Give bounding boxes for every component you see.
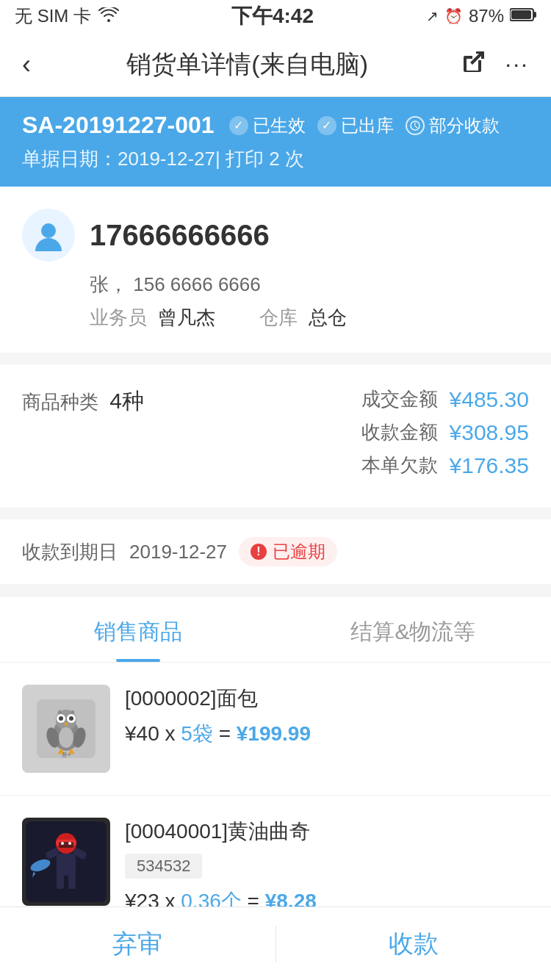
status-bar-left: 无 SIM 卡 bbox=[15, 4, 119, 28]
status-bar-time: 下午4:42 bbox=[231, 2, 314, 30]
status-bar-right: ↗ ⏰ 87% bbox=[426, 6, 536, 26]
equals-1: = bbox=[219, 722, 237, 745]
order-date-value: 2019-12-27 bbox=[118, 148, 215, 170]
svg-rect-1 bbox=[533, 12, 536, 18]
back-button[interactable]: ‹ bbox=[22, 49, 31, 80]
warehouse-label: 仓库 bbox=[259, 306, 298, 328]
product-name-2: [00040001]黄油曲奇 bbox=[125, 818, 529, 846]
payment-due-section: 收款到期日 2019-12-27 ! 已逾期 bbox=[0, 519, 551, 584]
status-bar: 无 SIM 卡 下午4:42 ↗ ⏰ 87% bbox=[0, 0, 551, 32]
deal-amount-label: 成交金额 bbox=[361, 386, 438, 412]
order-date-label: 单据日期： bbox=[22, 148, 118, 170]
alarm-icon: ⏰ bbox=[444, 7, 463, 25]
svg-point-14 bbox=[59, 727, 73, 748]
tab-settlement[interactable]: 结算&物流等 bbox=[276, 597, 551, 662]
debt-amount-label: 本单欠款 bbox=[361, 453, 438, 478]
tab-products[interactable]: 销售商品 bbox=[0, 597, 276, 662]
price-qty-1: 5袋 bbox=[181, 722, 213, 745]
order-date: 单据日期：2019-12-27| 打印 2 次 bbox=[22, 146, 529, 172]
debt-amount-row: 本单欠款 ¥176.35 bbox=[361, 453, 529, 478]
customer-contact: 张， 156 6666 6666 bbox=[90, 272, 529, 298]
customer-avatar bbox=[22, 209, 75, 262]
tab-products-label: 销售商品 bbox=[94, 619, 182, 644]
product-info-2: [00040001]黄油曲奇 534532 ¥23 x 0.36个 = ¥8.2… bbox=[125, 818, 529, 915]
svg-rect-2 bbox=[511, 10, 531, 19]
order-number: SA-20191227-001 bbox=[22, 112, 215, 139]
clock-icon bbox=[406, 116, 425, 135]
table-row: 兽+ [0000002]面包 ¥40 x 5袋 = ¥199.99 bbox=[0, 663, 551, 796]
cancel-review-button[interactable]: 弃审 bbox=[0, 912, 276, 976]
svg-rect-21 bbox=[68, 874, 76, 889]
badge-active-label: 已生效 bbox=[253, 114, 306, 137]
multiply-1: x bbox=[165, 722, 181, 745]
svg-rect-25 bbox=[59, 842, 73, 848]
product-thumb-2 bbox=[22, 818, 110, 906]
overdue-icon: ! bbox=[251, 544, 267, 560]
badge-partial: 部分收款 bbox=[406, 114, 500, 137]
stats-left: 商品种类 4种 bbox=[22, 386, 144, 417]
product-list: 兽+ [0000002]面包 ¥40 x 5袋 = ¥199.99 bbox=[0, 663, 551, 938]
product-name-1: [0000002]面包 bbox=[125, 685, 529, 713]
product-sku-2: 534532 bbox=[125, 854, 202, 879]
wifi-icon bbox=[98, 6, 119, 26]
tab-settlement-label: 结算&物流等 bbox=[350, 619, 475, 644]
svg-point-10 bbox=[59, 716, 63, 721]
badge-active: ✓ 已生效 bbox=[229, 114, 306, 137]
page-title: 销货单详情(来自电脑) bbox=[126, 48, 368, 82]
product-type-label: 商品种类 bbox=[22, 391, 98, 413]
customer-section: 17666666666 张， 156 6666 6666 业务员 曾凡杰 仓库 … bbox=[0, 187, 551, 353]
customer-name: 17666666666 bbox=[90, 219, 270, 252]
salesperson-value: 曾凡杰 bbox=[158, 306, 215, 328]
customer-top: 17666666666 bbox=[22, 209, 529, 262]
warehouse-value: 总仓 bbox=[309, 306, 347, 328]
received-amount-row: 收款金额 ¥308.95 bbox=[361, 419, 529, 445]
badge-shipped-label: 已出库 bbox=[341, 114, 394, 137]
deal-amount-row: 成交金额 ¥485.30 bbox=[361, 386, 529, 412]
svg-rect-20 bbox=[57, 874, 64, 889]
more-icon[interactable]: ··· bbox=[505, 51, 529, 78]
svg-rect-19 bbox=[57, 854, 76, 876]
price-base-1: ¥40 bbox=[125, 722, 159, 745]
tabs-section: 销售商品 结算&物流等 bbox=[0, 596, 551, 663]
carrier-text: 无 SIM 卡 bbox=[15, 4, 91, 28]
order-header-top: SA-20191227-001 ✓ 已生效 ✓ 已出库 部分收款 bbox=[22, 112, 529, 139]
salesperson-info: 业务员 曾凡杰 bbox=[90, 305, 215, 331]
bottom-action-bar: 弃审 收款 bbox=[0, 907, 551, 980]
received-amount-label: 收款金额 bbox=[361, 419, 438, 445]
cancel-review-label: 弃审 bbox=[112, 929, 162, 957]
salesperson-label: 业务员 bbox=[90, 306, 147, 328]
badge-shipped: ✓ 已出库 bbox=[317, 114, 394, 137]
collect-payment-label: 收款 bbox=[389, 929, 439, 957]
stats-section: 商品种类 4种 成交金额 ¥485.30 收款金额 ¥308.95 本单欠款 ¥… bbox=[0, 364, 551, 508]
overdue-label: 已逾期 bbox=[273, 540, 325, 563]
payment-due-date: 2019-12-27 bbox=[129, 541, 227, 563]
svg-point-26 bbox=[61, 842, 64, 845]
debt-amount-value: ¥176.35 bbox=[450, 453, 529, 478]
product-price-1: ¥40 x 5袋 = ¥199.99 bbox=[125, 720, 529, 748]
svg-point-4 bbox=[41, 223, 56, 238]
status-badges: ✓ 已生效 ✓ 已出库 部分收款 bbox=[229, 114, 500, 137]
battery-text: 87% bbox=[469, 6, 504, 26]
overdue-badge: ! 已逾期 bbox=[239, 537, 337, 566]
nav-bar: ‹ 销货单详情(来自电脑) ··· bbox=[0, 32, 551, 97]
location-icon: ↗ bbox=[426, 7, 439, 25]
product-thumb-1: 兽+ bbox=[22, 685, 110, 773]
warehouse-info: 仓库 总仓 bbox=[259, 305, 347, 331]
payment-due-label: 收款到期日 bbox=[22, 539, 118, 565]
svg-text:兽+: 兽+ bbox=[62, 752, 71, 758]
price-total-1: ¥199.99 bbox=[237, 722, 311, 745]
svg-point-11 bbox=[69, 716, 73, 721]
received-amount-value: ¥308.95 bbox=[450, 420, 529, 445]
tabs-header: 销售商品 结算&物流等 bbox=[0, 597, 551, 662]
customer-contact-name: 张， bbox=[90, 273, 128, 295]
nav-actions: ··· bbox=[464, 50, 529, 79]
svg-point-27 bbox=[68, 842, 71, 845]
battery-icon bbox=[510, 6, 536, 26]
share-icon[interactable] bbox=[464, 50, 487, 79]
order-print-count: | 打印 2 次 bbox=[215, 148, 304, 170]
check-icon-shipped: ✓ bbox=[317, 116, 336, 135]
customer-contact-phone: 156 6666 6666 bbox=[133, 273, 261, 295]
product-type-value: 4种 bbox=[109, 389, 144, 413]
order-header: SA-20191227-001 ✓ 已生效 ✓ 已出库 部分收款 bbox=[0, 97, 551, 187]
collect-payment-button[interactable]: 收款 bbox=[276, 912, 552, 976]
